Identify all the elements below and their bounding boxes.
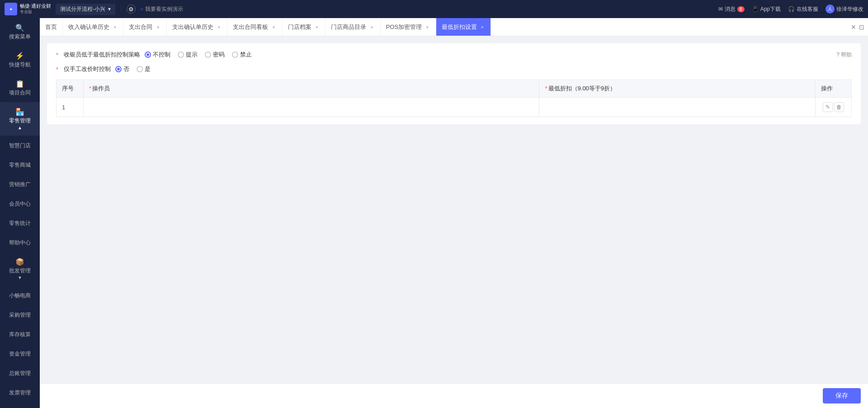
tab-close-payment-contract[interactable]: ×	[155, 24, 160, 30]
cell-action: ✎ 🗑	[816, 98, 852, 117]
cell-seq: 1	[57, 98, 84, 117]
save-button[interactable]: 保存	[823, 388, 861, 403]
option-remind[interactable]: 提示	[178, 51, 198, 59]
sidebar-item-smart-store[interactable]: 智慧门店	[0, 136, 40, 155]
control-strategy-row: * 收银员低于最低折扣控制策略 不控制 提示 密码	[56, 51, 852, 59]
tab-income-history[interactable]: 收入确认单历史 ×	[63, 18, 123, 36]
sidebar-item-quick-nav[interactable]: ⚡ 快捷导航	[0, 46, 40, 74]
main-layout: 🔍 搜索菜单 ⚡ 快捷导航 📋 项目合同 🏪 零售管理 ▲ 智慧门店 零售商城 …	[0, 18, 868, 408]
question-icon: ?	[836, 52, 840, 58]
tab-payment-board[interactable]: 支出合同看板 ×	[227, 18, 282, 36]
message-badge: 8	[737, 6, 745, 12]
sidebar-item-marketing[interactable]: 营销推广	[0, 174, 40, 194]
user-avatar-icon: 人	[826, 5, 835, 14]
tab-close-store-products[interactable]: ×	[369, 24, 374, 30]
message-icon: ✉	[718, 6, 723, 12]
tab-min-discount[interactable]: 最低折扣设置 ×	[436, 18, 491, 36]
radio-yes[interactable]	[137, 66, 143, 72]
divider	[121, 5, 121, 14]
table-row: 1 ✎ 🗑	[57, 98, 852, 117]
discount-table: 序号 *操作员 *最低折扣（9.00等于9折） 操作 1	[56, 80, 852, 117]
cell-discount	[539, 98, 816, 117]
project-selector[interactable]: 测试分开流程-小兴 ▾	[56, 4, 115, 15]
required-star-manual: *	[56, 66, 58, 73]
tab-close-pos-password[interactable]: ×	[425, 24, 430, 30]
tab-close-store-files[interactable]: ×	[314, 24, 320, 30]
tab-store-files[interactable]: 门店档案 ×	[283, 18, 326, 36]
option-no[interactable]: 否	[115, 65, 129, 73]
table-body: 1 ✎ 🗑	[57, 98, 852, 117]
sidebar-item-ledger-mgmt[interactable]: 总账管理	[0, 363, 40, 383]
top-bar-right: ✉ 消息 8 📱 App下载 🎧 在线客服 人 徐泽华修改	[718, 5, 863, 14]
col-header-seq: 序号	[57, 80, 84, 98]
delete-row-btn[interactable]: 🗑	[834, 102, 844, 112]
control-strategy-label: 收银员低于最低折扣控制策略	[64, 51, 140, 59]
help-link[interactable]: ? 帮助	[836, 51, 852, 59]
option-forbid[interactable]: 禁止	[232, 51, 252, 59]
tab-pos-password[interactable]: POS加密管理 ×	[381, 18, 436, 36]
table-header: 序号 *操作员 *最低折扣（9.00等于9折） 操作	[57, 80, 852, 98]
settings-form-card: * 收银员低于最低折扣控制策略 不控制 提示 密码	[47, 43, 861, 124]
col-header-discount: *最低折扣（9.00等于9折）	[539, 80, 816, 98]
sidebar: 🔍 搜索菜单 ⚡ 快捷导航 📋 项目合同 🏪 零售管理 ▲ 智慧门店 零售商城 …	[0, 18, 40, 408]
tab-home[interactable]: 首页	[40, 18, 63, 36]
radio-remind[interactable]	[178, 52, 184, 58]
tabs-bar-end: ✕ ⊡	[847, 23, 868, 31]
edit-row-btn[interactable]: ✎	[823, 102, 833, 112]
sidebar-item-invoice-mgmt[interactable]: 发票管理	[0, 383, 40, 402]
app-download-btn[interactable]: 📱 App下载	[752, 5, 781, 13]
sidebar-item-purchase-mgmt[interactable]: 采购管理	[0, 305, 40, 324]
sidebar-item-retail-stats[interactable]: 零售统计	[0, 213, 40, 233]
table-container: 序号 *操作员 *最低折扣（9.00等于9折） 操作 1	[56, 80, 852, 117]
cell-operator	[84, 98, 539, 117]
page-footer: 保存	[40, 383, 868, 408]
sidebar-item-help-center[interactable]: 帮助中心	[0, 233, 40, 252]
top-bar: ✦ 畅捷·通好业财 专业版 测试分开流程-小兴 ▾ ⚙ ○ 我要看实例演示 ✉ …	[0, 0, 868, 18]
content-area: 首页 收入确认单历史 × 支出合同 × 支出确认单历史 × 支出合同看板 × 门…	[40, 18, 868, 408]
sidebar-item-wholesale-mgmt[interactable]: 📦 批发管理 ▼	[0, 252, 40, 286]
tab-close-income-history[interactable]: ×	[112, 24, 118, 30]
tab-expand-btn[interactable]: ⊡	[859, 23, 864, 31]
message-btn[interactable]: ✉ 消息 8	[718, 5, 745, 13]
option-password[interactable]: 密码	[205, 51, 225, 59]
tab-payment-history[interactable]: 支出确认单历史 ×	[167, 18, 227, 36]
online-service-btn[interactable]: 🎧 在线客服	[788, 5, 818, 13]
user-profile-btn[interactable]: 人 徐泽华修改	[826, 5, 863, 14]
control-strategy-options: 不控制 提示 密码 禁止	[145, 51, 252, 59]
logo-sub: 专业版	[20, 9, 51, 15]
demo-link[interactable]: ○ 我要看实例演示	[140, 5, 183, 13]
settings-icon[interactable]: ⚙	[127, 5, 136, 14]
headset-icon: 🎧	[788, 6, 795, 12]
app-logo: ✦ 畅捷·通好业财 专业版	[5, 3, 51, 15]
manual-price-row: * 仅手工改价时控制 否 是	[56, 65, 852, 73]
radio-no-control[interactable]	[145, 52, 151, 58]
sidebar-item-retail-mall[interactable]: 零售商城	[0, 155, 40, 174]
tab-close-btn[interactable]: ✕	[851, 23, 856, 31]
sidebar-item-member-center[interactable]: 会员中心	[0, 194, 40, 213]
sidebar-item-inventory-calc[interactable]: 库存核算	[0, 324, 40, 344]
sidebar-item-fund-mgmt[interactable]: 资金管理	[0, 344, 40, 363]
radio-password[interactable]	[205, 52, 211, 58]
tab-store-products[interactable]: 门店商品目录 ×	[326, 18, 380, 36]
logo-name: 畅捷·通好业财	[20, 3, 51, 9]
tab-close-min-discount[interactable]: ×	[480, 24, 485, 30]
tabs-bar: 首页 收入确认单历史 × 支出合同 × 支出确认单历史 × 支出合同看板 × 门…	[40, 18, 868, 36]
sidebar-item-project-contract[interactable]: 📋 项目合同	[0, 74, 40, 102]
sidebar-item-xiaochange-ecom[interactable]: 小畅电商	[0, 286, 40, 305]
sidebar-item-retail-mgmt[interactable]: 🏪 零售管理 ▲	[0, 102, 40, 136]
required-star-strategy: *	[56, 52, 58, 58]
page-content: * 收银员低于最低折扣控制策略 不控制 提示 密码	[40, 36, 868, 383]
radio-forbid[interactable]	[232, 52, 238, 58]
tab-close-payment-board[interactable]: ×	[271, 24, 276, 30]
manual-price-label: 仅手工改价时控制	[64, 65, 111, 73]
tab-payment-contract[interactable]: 支出合同 ×	[123, 18, 166, 36]
sidebar-item-search-menu[interactable]: 🔍 搜索菜单	[0, 18, 40, 46]
sidebar-item-tax-mgmt[interactable]: 税务管理	[0, 402, 40, 408]
radio-no[interactable]	[115, 66, 122, 72]
tab-close-payment-history[interactable]: ×	[216, 24, 222, 30]
option-yes[interactable]: 是	[137, 65, 151, 73]
phone-icon: 📱	[752, 6, 759, 12]
chevron-down-icon: ▾	[108, 6, 111, 12]
option-no-control[interactable]: 不控制	[145, 51, 170, 59]
project-name: 测试分开流程-小兴	[60, 5, 105, 13]
